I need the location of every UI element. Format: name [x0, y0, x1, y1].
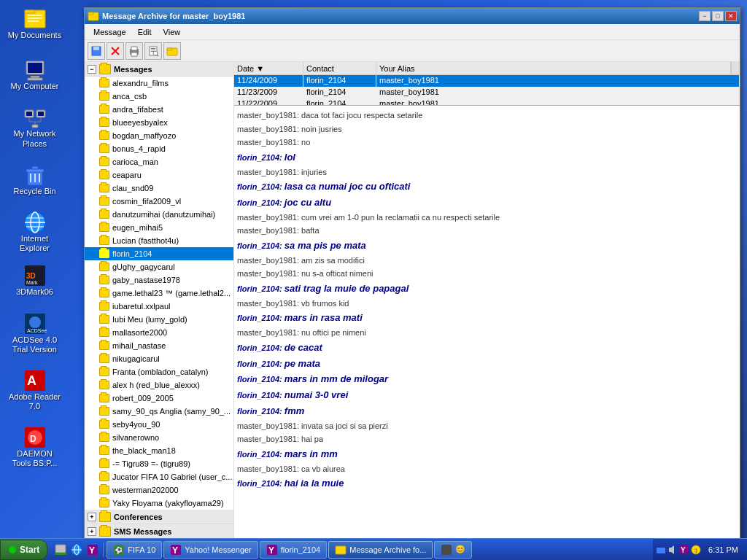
folder-item[interactable]: iubaretul.xxlpaul	[85, 300, 233, 313]
folder-item[interactable]: Iubi Meu (lumy_gold)	[85, 313, 233, 326]
svg-rect-51	[151, 50, 155, 50]
folder-item[interactable]: blueeyesbyalex	[85, 116, 233, 129]
menu-message[interactable]: Message	[88, 26, 132, 38]
yahoo-tray-icon[interactable]: Y	[679, 545, 689, 555]
folder-icon	[99, 315, 109, 324]
folder-icon	[99, 328, 109, 337]
folder-item-label: Yaky Floyama (yakyfloyama29)	[112, 499, 224, 508]
folder-item-label: westerman202000	[112, 486, 179, 494]
chat-line: florin_2104: fmm	[237, 404, 737, 419]
3dmark-icon[interactable]: 3D Mark 3DMark06	[7, 264, 62, 297]
taskbar-fifa10[interactable]: ⚽ FIFA 10	[107, 541, 162, 559]
svg-text:Y: Y	[268, 545, 274, 556]
folder-item[interactable]: game.lethal23 ™ (game.lethal2...	[85, 287, 233, 300]
message-row[interactable]: 11/23/2009florin_2104master_boy1981	[234, 87, 740, 98]
recycle-bin-icon[interactable]: Recycle Bin	[7, 163, 62, 196]
folder-item[interactable]: Lucian (fastthot4u)	[85, 234, 233, 247]
folder-item[interactable]: cosmin_fifa2009_vl	[85, 195, 233, 208]
chat-sender: master_boy1981:	[237, 138, 301, 147]
messages-expand[interactable]: −	[88, 65, 96, 74]
folder-item[interactable]: mallasorte2000	[85, 326, 233, 339]
folder-item[interactable]: gaby_nastase1978	[85, 273, 233, 287]
folder-item[interactable]: danutzumihai (danutzumihai)	[85, 208, 233, 221]
folder-item[interactable]: nikugagicarul	[85, 352, 233, 365]
close-button[interactable]: ✕	[725, 11, 737, 21]
message-list[interactable]: Date ▼ Contact Your Alias 11/24/2009flor…	[234, 62, 740, 106]
menu-edit[interactable]: Edit	[132, 26, 158, 38]
folder-item[interactable]: florin_2104	[85, 247, 233, 260]
folder-item-label: nikugagicarul	[112, 354, 160, 363]
folder-item[interactable]: Jucator FIFA 10 Gabriel (user_c...	[85, 470, 233, 483]
folder-item[interactable]: alexandru_films	[85, 77, 233, 90]
internet-explorer-icon[interactable]: Internet Explorer	[7, 211, 62, 253]
folder-item-label: iubaretul.xxlpaul	[112, 302, 171, 311]
folder-item[interactable]: ceaparu	[85, 168, 233, 182]
taskbar-yahoo[interactable]: Y Yahoo! Messenger	[163, 541, 258, 559]
folder-item[interactable]: carioca_man	[85, 155, 233, 168]
col-alias-header[interactable]: Your Alias	[376, 62, 731, 74]
conferences-expand[interactable]: +	[88, 513, 96, 521]
ie-quick-icon[interactable]	[69, 542, 84, 557]
folder-item[interactable]: clau_snd09	[85, 182, 233, 195]
folder-item[interactable]: andra_fifabest	[85, 103, 233, 116]
my-computer-icon[interactable]: My Computer	[7, 58, 62, 91]
chat-message: injuries	[301, 168, 327, 176]
folder-item[interactable]: Yaky Floyama (yakyfloyama29)	[85, 497, 233, 510]
taskbar-clock: 6:31 PM	[703, 545, 744, 554]
taskbar-another[interactable]: 😊	[434, 541, 472, 559]
folder-panel[interactable]: − Messages alexandru_filmsanca_csbandra_…	[85, 62, 234, 548]
folder-item[interactable]: mihail_nastase	[85, 339, 233, 352]
folder-item[interactable]: bogdan_maffyozo	[85, 129, 233, 142]
folder-item[interactable]: samy_90_qs Anglia (samy_90_...	[85, 405, 233, 418]
minimize-button[interactable]: −	[699, 11, 711, 21]
folder-item[interactable]: Franta (ombladon_catalyn)	[85, 365, 233, 378]
maximize-button[interactable]: □	[712, 11, 724, 21]
print-button[interactable]	[125, 42, 143, 60]
save-button[interactable]	[88, 42, 105, 60]
messages-section-header[interactable]: − Messages	[85, 62, 233, 77]
folder-item[interactable]: westerman202000	[85, 483, 233, 497]
menu-view[interactable]: View	[158, 26, 187, 38]
print-preview-button[interactable]	[144, 42, 162, 60]
chat-sender: florin_2104:	[237, 198, 285, 207]
taskbar-archive[interactable]: Message Archive fo...	[328, 541, 433, 559]
sms-section-label: SMS Messages	[114, 527, 171, 536]
folder-item[interactable]: gUghy_gagycarul	[85, 260, 233, 273]
folder-item[interactable]: bonus_4_rapid	[85, 142, 233, 155]
taskbar-florin[interactable]: Y florin_2104	[260, 541, 327, 559]
network-tray-icon[interactable]	[656, 545, 666, 555]
daemon-tools-label: DAEMON Tools BS:P...	[7, 449, 62, 468]
col-contact-header[interactable]: Contact	[303, 62, 376, 74]
my-network-icon[interactable]: My Network Places	[7, 106, 62, 148]
open-button[interactable]	[163, 42, 181, 60]
message-row[interactable]: 11/24/2009florin_2104master_boy1981	[234, 75, 740, 87]
messenger-tray-icon[interactable]: :)	[691, 545, 701, 555]
adobe-reader-icon[interactable]: A Adobe Reader 7.0	[7, 369, 62, 411]
message-row[interactable]: 11/22/2009florin_2104master_boy1981	[234, 98, 740, 106]
folder-item[interactable]: robert_009_2005	[85, 392, 233, 405]
acdsee-icon[interactable]: ACDSee ACDSee 4.0 Trial Version	[7, 312, 62, 354]
conferences-section-header[interactable]: + Conferences	[85, 510, 233, 524]
folder-item[interactable]: -= Tigru89 =- (tigru89)	[85, 457, 233, 470]
folder-item[interactable]: seby4you_90	[85, 418, 233, 431]
daemon-tools-icon[interactable]: D DAEMON Tools BS:P...	[7, 426, 62, 468]
svg-rect-1	[25, 10, 35, 13]
folder-item[interactable]: anca_csb	[85, 90, 233, 103]
volume-tray-icon[interactable]	[667, 545, 678, 555]
sms-section-header[interactable]: + SMS Messages	[85, 524, 233, 539]
chat-message: hai ia la muie	[285, 478, 344, 489]
folder-icon	[99, 118, 109, 127]
chat-sender: master_boy1981:	[237, 421, 301, 430]
start-button[interactable]: Start	[0, 540, 47, 560]
folder-item[interactable]: silvanerowno	[85, 431, 233, 444]
my-documents-icon[interactable]: My Documents	[7, 7, 62, 40]
folder-item[interactable]: eugen_mihai5	[85, 221, 233, 234]
folder-item[interactable]: the_black_man18	[85, 444, 233, 457]
folder-item-label: bonus_4_rapid	[112, 144, 166, 153]
yahoo-quick-icon[interactable]: Y	[85, 542, 100, 557]
folder-item[interactable]: alex h (red_blue_alexxx)	[85, 378, 233, 392]
sms-expand[interactable]: +	[88, 527, 96, 536]
col-date-header[interactable]: Date ▼	[234, 62, 303, 74]
delete-button[interactable]	[107, 42, 124, 60]
show-desktop-icon[interactable]	[53, 542, 68, 557]
